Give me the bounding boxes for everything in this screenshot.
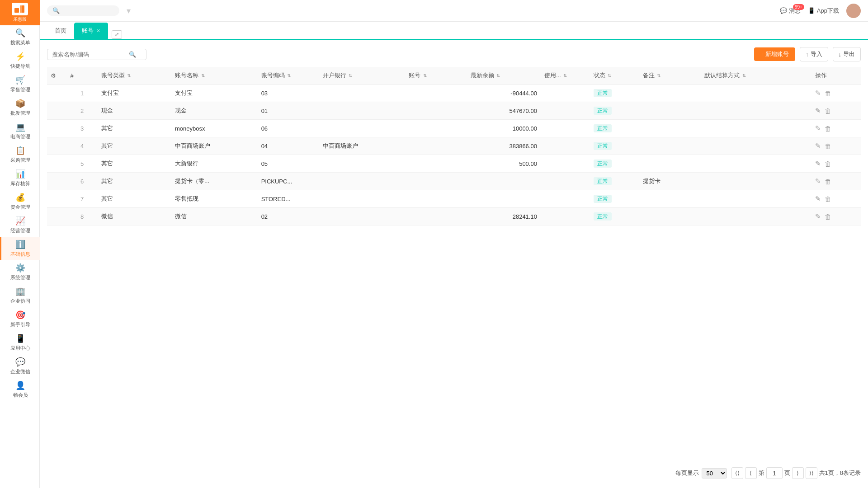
delete-icon[interactable]: 🗑 [825, 89, 831, 97]
row-num: 6 [67, 173, 98, 190]
delete-icon[interactable]: 🗑 [825, 107, 831, 115]
row-num: 1 [67, 84, 98, 102]
col-header-num[interactable]: # [67, 67, 98, 84]
sidebar-item-guide[interactable]: 🎯 新手引导 [0, 307, 40, 331]
edit-icon[interactable]: ✎ [815, 107, 821, 115]
sidebar-item-inventory[interactable]: 📊 库存核算 [0, 166, 40, 190]
col-header-name[interactable]: 账号名称 ⇅ [171, 67, 258, 84]
row-num: 7 [67, 190, 98, 208]
import-button[interactable]: ↑ 导入 [800, 47, 828, 61]
sidebar-item-member[interactable]: 👤 畅会员 [0, 378, 40, 401]
status-badge: 正常 [594, 142, 612, 150]
row-remark [639, 208, 701, 225]
sidebar-item-shortcut[interactable]: ⚡ 快捷导航 [0, 49, 40, 72]
action-icons: ✎ 🗑 [815, 124, 857, 132]
col-header-code[interactable]: 账号编码 ⇅ [258, 67, 319, 84]
per-page-select[interactable]: 50 100 [702, 468, 727, 479]
delete-icon[interactable]: 🗑 [825, 213, 831, 221]
row-settle [701, 190, 811, 208]
capital-icon: 💰 [15, 192, 25, 202]
delete-icon[interactable]: 🗑 [825, 195, 831, 203]
sort-status-icon: ⇅ [608, 73, 611, 78]
edit-icon[interactable]: ✎ [815, 177, 821, 185]
system-icon: ⚙️ [15, 263, 25, 273]
tab-account[interactable]: 账号 ✕ [74, 23, 108, 39]
edit-icon[interactable]: ✎ [815, 195, 821, 203]
col-header-status[interactable]: 状态 ⇅ [590, 67, 639, 84]
row-balance [467, 190, 541, 208]
row-status: 正常 [590, 120, 639, 137]
add-account-button[interactable]: + 新增账号 [754, 47, 795, 61]
row-balance: -90444.00 [467, 84, 541, 102]
tab-close-icon[interactable]: ✕ [96, 28, 100, 33]
page-next-button[interactable]: ⟩ [792, 467, 804, 479]
row-settle [701, 120, 811, 137]
search-submit-icon[interactable]: 🔍 [129, 51, 136, 58]
edit-icon[interactable]: ✎ [815, 89, 821, 97]
col-header-bank[interactable]: 开户银行 ⇅ [319, 67, 406, 84]
sidebar-item-enterprise[interactable]: 🏢 企业协同 [0, 284, 40, 307]
row-type: 支付宝 [98, 84, 171, 102]
col-header-type[interactable]: 账号类型 ⇅ [98, 67, 171, 84]
delete-icon[interactable]: 🗑 [825, 142, 831, 150]
user-avatar[interactable] [846, 4, 861, 18]
purchase-icon: 📋 [15, 145, 25, 155]
row-type: 其它 [98, 155, 171, 173]
col-header-use[interactable]: 使用... ⇅ [541, 67, 590, 84]
sidebar-item-search[interactable]: 🔍 搜索菜单 [0, 25, 40, 49]
svg-rect-0 [14, 8, 19, 13]
page-prev-button[interactable]: ⟨ [745, 467, 757, 479]
edit-icon[interactable]: ✎ [815, 160, 821, 168]
row-remark [639, 155, 701, 173]
account-search-box[interactable]: 🔍 [47, 49, 146, 60]
top-search-box[interactable]: 🔍 [47, 5, 119, 16]
row-settle [701, 84, 811, 102]
col-header-settle[interactable]: 默认结算方式 ⇅ [701, 67, 811, 84]
col-header-account[interactable]: 账号 ⇅ [405, 67, 467, 84]
sidebar-item-wholesale[interactable]: 📦 批发管理 [0, 96, 40, 119]
col-header-balance[interactable]: 最新余额 ⇅ [467, 67, 541, 84]
sidebar-item-purchase[interactable]: 📋 采购管理 [0, 143, 40, 166]
export-label: 导出 [843, 50, 855, 58]
per-page-label: 每页显示 [675, 469, 699, 477]
sidebar-item-retail[interactable]: 🛒 零售管理 [0, 72, 40, 96]
dropdown-icon[interactable]: ▾ [127, 6, 131, 16]
sidebar-item-app-center[interactable]: 📱 应用中心 [0, 331, 40, 354]
sort-balance-icon: ⇅ [496, 73, 500, 78]
delete-icon[interactable]: 🗑 [825, 178, 831, 185]
row-name: 中百商场账户 [171, 137, 258, 155]
message-button[interactable]: 💬 消息 99+ [780, 7, 801, 15]
sidebar-item-basic[interactable]: ℹ️ 基础信息 [0, 237, 40, 260]
sidebar-label-purchase: 采购管理 [10, 157, 30, 164]
app-download-button[interactable]: 📱 App下载 [808, 7, 839, 15]
search-menu-icon: 🔍 [15, 28, 25, 38]
account-search-input[interactable] [52, 51, 129, 58]
enterprise-icon: 🏢 [15, 286, 25, 296]
sort-remark-icon: ⇅ [657, 73, 660, 78]
row-balance: 547670.00 [467, 102, 541, 120]
tab-fullscreen-button[interactable]: ⤢ [112, 30, 122, 39]
tab-home[interactable]: 首页 [47, 23, 74, 39]
status-badge: 正常 [594, 89, 612, 97]
col-header-settings[interactable]: ⚙ [47, 67, 67, 84]
page-first-button[interactable]: ⟨⟨ [731, 467, 743, 479]
delete-icon[interactable]: 🗑 [825, 125, 831, 132]
delete-icon[interactable]: 🗑 [825, 160, 831, 168]
edit-icon[interactable]: ✎ [815, 124, 821, 132]
row-account [405, 155, 467, 173]
edit-icon[interactable]: ✎ [815, 212, 821, 221]
sidebar-label-wholesale: 批发管理 [10, 110, 30, 117]
page-number-input[interactable] [766, 467, 783, 479]
sidebar-item-wechat[interactable]: 💬 企业微信 [0, 354, 40, 378]
sidebar-item-ecommerce[interactable]: 💻 电商管理 [0, 119, 40, 143]
sidebar-item-capital[interactable]: 💰 资金管理 [0, 190, 40, 213]
sidebar-item-system[interactable]: ⚙️ 系统管理 [0, 260, 40, 284]
row-settle [701, 208, 811, 225]
sidebar-label-wechat: 企业微信 [10, 368, 30, 375]
edit-icon[interactable]: ✎ [815, 142, 821, 150]
page-last-button[interactable]: ⟩⟩ [806, 467, 817, 479]
export-button[interactable]: ↓ 导出 [833, 47, 861, 61]
sidebar-item-operation[interactable]: 📈 经营管理 [0, 213, 40, 237]
col-header-remark[interactable]: 备注 ⇅ [639, 67, 701, 84]
row-settle [701, 102, 811, 120]
